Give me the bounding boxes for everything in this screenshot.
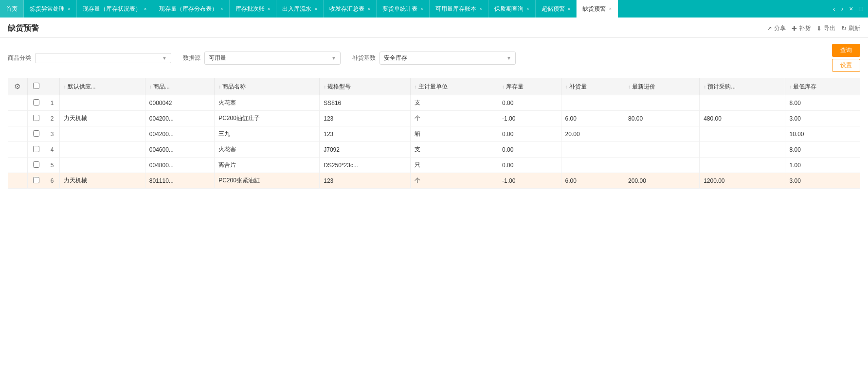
nav-maximize-icon[interactable]: □	[856, 5, 866, 13]
tab-close-icon[interactable]: ×	[68, 6, 71, 12]
th-latest-price-label: 最新进价	[632, 83, 655, 91]
td-latest-price: 200.00	[624, 173, 700, 189]
tab-close-icon[interactable]: ×	[568, 6, 571, 12]
sort-icon[interactable]: ↕	[324, 84, 326, 89]
tab-inventory-dist[interactable]: 现存量（库存分布表） ×	[153, 0, 230, 18]
export-button[interactable]: ⇓ 导出	[816, 24, 835, 33]
sort-icon[interactable]: ↕	[704, 84, 706, 89]
nav-prev-icon[interactable]: ‹	[830, 5, 838, 13]
td-product-name: PC200油缸庄子	[215, 111, 320, 126]
td-product-code: 004200...	[145, 126, 214, 142]
tab-home[interactable]: 首页	[0, 0, 24, 18]
table-row[interactable]: 6 力天机械 801110... PC200张紧油缸 123 个 -1.00 6…	[8, 173, 860, 189]
category-filter: 商品分类 ▼	[8, 53, 171, 63]
td-latest-price	[624, 158, 700, 173]
table-row[interactable]: 5 004800... 离合片 DS250*23c... 只 0.00 1.00	[8, 158, 860, 173]
row-checkbox[interactable]	[33, 161, 39, 168]
table-row[interactable]: 3 004200... 三九 123 箱 0.00 20.00 10.00	[8, 126, 860, 142]
datasource-select[interactable]: 可用量 ▼	[204, 52, 341, 65]
tab-close-icon[interactable]: ×	[526, 6, 529, 12]
tab-close-icon[interactable]: ×	[268, 6, 271, 12]
tab-close-icon[interactable]: ×	[220, 6, 223, 12]
replenish-base-select[interactable]: 安全库存 ▼	[380, 52, 516, 65]
row-checkbox[interactable]	[33, 115, 39, 121]
td-settings	[8, 158, 27, 173]
td-checkbox	[27, 173, 45, 189]
th-min-stock-label: 最低库存	[793, 83, 816, 91]
th-stock-label: 库存量	[506, 83, 524, 91]
settings-gear-icon[interactable]: ⚙	[14, 82, 20, 90]
tab-shelf-life[interactable]: 保质期查询 ×	[488, 0, 536, 18]
replenish-button[interactable]: ✚ 补货	[792, 24, 811, 33]
sort-icon[interactable]: ↕	[502, 84, 505, 89]
replenish-base-label: 补货基数	[352, 54, 376, 62]
row-checkbox[interactable]	[33, 177, 39, 183]
tab-inventory-status[interactable]: 现存量（库存状况表） ×	[77, 0, 153, 18]
th-product-code-label: 商品...	[153, 83, 170, 91]
filter-bar: 商品分类 ▼ 数据源 可用量 ▼ 补货基数 安全库存 ▼ 查询 设置	[0, 38, 868, 78]
tab-collect-store[interactable]: 收发存汇总表 ×	[324, 0, 377, 18]
td-est-purchase	[700, 142, 785, 158]
tab-available-ledger[interactable]: 可用量库存账本 ×	[430, 0, 488, 18]
query-button[interactable]: 查询	[832, 44, 860, 57]
tab-close-icon[interactable]: ×	[144, 6, 147, 12]
td-latest-price	[624, 126, 700, 142]
share-button[interactable]: ↗ 分享	[767, 24, 786, 33]
share-label: 分享	[774, 24, 786, 33]
sort-icon[interactable]: ↕	[565, 84, 568, 89]
th-min-stock: ↕ 最低库存	[785, 78, 860, 95]
table-row[interactable]: 2 力天机械 004200... PC200油缸庄子 123 个 -1.00 6…	[8, 111, 860, 126]
replenish-label: 补货	[799, 24, 811, 33]
sort-icon[interactable]: ↕	[64, 84, 66, 89]
tab-batch-account[interactable]: 库存批次账 ×	[230, 0, 277, 18]
td-product-name: 火花塞	[215, 142, 320, 158]
td-latest-price	[624, 142, 700, 158]
td-settings	[8, 173, 27, 189]
td-settings	[8, 142, 27, 158]
sort-icon[interactable]: ↕	[149, 84, 152, 89]
tab-label: 出入库流水	[282, 5, 311, 13]
shortage-table: ⚙ ↕ 默认供应... ↕ 商	[8, 78, 860, 189]
replenish-base-select-value: 安全库存	[384, 54, 407, 62]
th-stock: ↕ 库存量	[498, 78, 561, 95]
tab-shortage[interactable]: 缺货预警 ×	[577, 0, 618, 18]
tab-close-icon[interactable]: ×	[367, 6, 370, 12]
nav-close-icon[interactable]: ×	[846, 5, 856, 13]
td-replenish: 20.00	[561, 126, 624, 142]
nav-next-icon[interactable]: ›	[838, 5, 847, 13]
tab-overstock[interactable]: 超储预警 ×	[536, 0, 577, 18]
th-product-name: ↕ 商品名称	[215, 78, 320, 95]
tab-inout-flow[interactable]: 出入库流水 ×	[276, 0, 324, 18]
row-checkbox[interactable]	[33, 130, 39, 137]
tab-close-icon[interactable]: ×	[420, 6, 423, 12]
sort-icon[interactable]: ↕	[789, 84, 792, 89]
select-all-checkbox[interactable]	[33, 83, 39, 89]
tab-close-icon[interactable]: ×	[479, 6, 482, 12]
tab-exception[interactable]: 炼货异常处理 ×	[24, 0, 77, 18]
row-checkbox[interactable]	[33, 146, 39, 152]
sort-icon[interactable]: ↕	[218, 84, 221, 89]
td-min-stock: 8.00	[785, 142, 860, 158]
td-product-code: 0000042	[145, 95, 214, 111]
td-unit: 只	[410, 158, 498, 173]
td-est-purchase: 1200.00	[700, 173, 785, 189]
table-body: 1 0000042 火花塞 SS816 支 0.00 8.00 2 力天机械 0…	[8, 95, 860, 189]
td-product-name: 离合片	[215, 158, 320, 173]
tab-label: 超储预警	[542, 5, 565, 13]
table-row[interactable]: 4 004600... 火花塞 J7092 支 0.00 8.00	[8, 142, 860, 158]
tab-close-icon[interactable]: ×	[609, 6, 612, 12]
refresh-button[interactable]: ↻ 刷新	[841, 24, 860, 33]
table-row[interactable]: 1 0000042 火花塞 SS816 支 0.00 8.00	[8, 95, 860, 111]
th-unit: ↕ 主计量单位	[410, 78, 498, 95]
settings-button[interactable]: 设置	[832, 59, 860, 72]
td-unit: 箱	[410, 126, 498, 142]
tab-close-icon[interactable]: ×	[314, 6, 317, 12]
sort-icon[interactable]: ↕	[415, 84, 417, 89]
tab-demand-stat[interactable]: 要货单统计表 ×	[377, 0, 430, 18]
category-select[interactable]: ▼	[35, 53, 171, 63]
th-spec-label: 规格型号	[327, 83, 351, 91]
td-stock: 0.00	[498, 158, 561, 173]
export-icon: ⇓	[816, 25, 822, 32]
sort-icon[interactable]: ↕	[628, 84, 631, 89]
row-checkbox[interactable]	[33, 99, 39, 106]
